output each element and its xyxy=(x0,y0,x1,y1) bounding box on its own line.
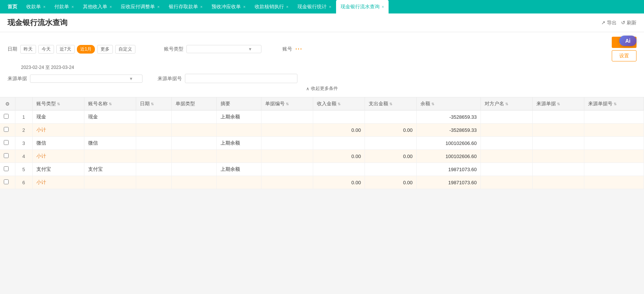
date-btn-custom[interactable]: 自定义 xyxy=(115,45,135,54)
table-row[interactable]: 6 小计 0.00 0.00 19871073.60 xyxy=(0,176,644,189)
top-nav: 首页 收款单 × 付款单 × 其他收入单 × 应收应付调整单 × 银行存取款单 … xyxy=(0,0,644,13)
date-btn-yesterday[interactable]: 昨天 xyxy=(20,45,36,54)
cell-checkbox[interactable] xyxy=(0,137,15,150)
col-doc-no[interactable]: 单据编号⇅ xyxy=(261,97,313,110)
account-type-label: 账号类型 xyxy=(164,46,183,52)
nav-item-1[interactable]: 收款单 × xyxy=(22,0,50,13)
cell-row-num: 1 xyxy=(15,110,32,124)
col-source-doc[interactable]: 来源单据⇅ xyxy=(532,97,584,110)
cell-counterpart xyxy=(480,124,532,137)
collapse-bar[interactable]: ∧ 收起更多条件 xyxy=(8,83,636,93)
nav-item-4[interactable]: 应收应付调整单 × xyxy=(116,0,164,13)
date-btn-today[interactable]: 今天 xyxy=(38,45,54,54)
col-source-doc-no[interactable]: 来源单据号⇅ xyxy=(584,97,644,110)
export-icon: ↗ xyxy=(601,20,605,25)
cell-income: 0.00 xyxy=(313,150,365,163)
nav-item-5[interactable]: 银行存取款单 × xyxy=(164,0,207,13)
account-filter: 账号 ··· xyxy=(282,46,302,52)
nav-close-2[interactable]: × xyxy=(71,4,74,9)
nav-close-7[interactable]: × xyxy=(286,4,288,9)
cell-expense xyxy=(365,163,417,176)
nav-item-3[interactable]: 其他收入单 × xyxy=(78,0,116,13)
account-dots-button[interactable]: ··· xyxy=(295,46,302,52)
nav-label-1: 收款单 xyxy=(26,3,41,10)
source-doc-num-label: 来源单据号 xyxy=(158,75,182,82)
cell-counterpart xyxy=(480,110,532,124)
filter-row-1: 日期 昨天 今天 近7天 近1月 更多 自定义 账号类型 ▼ 账号 ··· xyxy=(8,37,636,61)
table-row[interactable]: 3 微信 微信 上期余额 100102606.60 xyxy=(0,137,644,150)
col-account-name[interactable]: 账号名称⇅ xyxy=(84,97,136,110)
col-counterpart[interactable]: 对方户名⇅ xyxy=(480,97,532,110)
nav-item-9[interactable]: 现金银行流水查询 × xyxy=(336,0,389,13)
account-type-select[interactable]: ▼ xyxy=(186,45,261,53)
nav-close-3[interactable]: × xyxy=(110,4,112,9)
col-doc-type: 单据类型 xyxy=(171,97,216,110)
cell-checkbox[interactable] xyxy=(0,163,15,176)
cell-income: 0.00 xyxy=(313,176,365,189)
col-date[interactable]: 日期⇅ xyxy=(136,97,171,110)
nav-close-1[interactable]: × xyxy=(43,4,45,9)
nav-close-6[interactable]: × xyxy=(243,4,245,9)
table-container: ⚙ 账号类型⇅ 账号名称⇅ 日期⇅ 单据类型 摘要 单据编号⇅ 收入金额⇅ 支出… xyxy=(0,97,644,189)
cell-account-type: 小计 xyxy=(32,124,84,137)
cell-summary: 上期余额 xyxy=(216,137,261,150)
cell-counterpart xyxy=(480,137,532,150)
cell-checkbox[interactable] xyxy=(0,150,15,163)
cell-checkbox[interactable] xyxy=(0,124,15,137)
nav-close-5[interactable]: × xyxy=(200,4,203,9)
cell-income xyxy=(313,137,365,150)
cell-doc-no xyxy=(261,110,313,124)
ai-button[interactable]: Ai xyxy=(619,36,636,46)
nav-item-8[interactable]: 现金银行统计 × xyxy=(293,0,336,13)
nav-label-3: 其他收入单 xyxy=(83,3,107,10)
nav-item-2[interactable]: 付款单 × xyxy=(50,0,78,13)
cell-date xyxy=(136,150,171,163)
collapse-up-icon: ∧ xyxy=(306,86,309,91)
cell-source-doc xyxy=(532,176,584,189)
table-row[interactable]: 1 现金 现金 上期余额 -3528659.33 xyxy=(0,110,644,124)
source-doc-select[interactable]: ▼ xyxy=(30,75,143,83)
nav-home[interactable]: 首页 xyxy=(3,0,22,13)
cell-summary xyxy=(216,176,261,189)
refresh-button[interactable]: ↺ 刷新 xyxy=(621,19,636,26)
refresh-icon: ↺ xyxy=(621,20,625,25)
table-row[interactable]: 2 小计 0.00 0.00 -3528659.33 xyxy=(0,124,644,137)
cell-doc-type xyxy=(171,110,216,124)
cell-checkbox[interactable] xyxy=(0,110,15,124)
col-account-type[interactable]: 账号类型⇅ xyxy=(32,97,84,110)
col-gear[interactable]: ⚙ xyxy=(0,97,15,110)
nav-label-9: 现金银行流水查询 xyxy=(341,3,380,10)
table-row[interactable]: 5 支付宝 支付宝 上期余额 19871073.60 xyxy=(0,163,644,176)
nav-item-6[interactable]: 预收冲应收单 × xyxy=(207,0,250,13)
cell-doc-type xyxy=(171,137,216,150)
nav-item-7[interactable]: 收款核销执行 × xyxy=(250,0,293,13)
col-expense[interactable]: 支出金额⇅ xyxy=(365,97,417,110)
cell-expense xyxy=(365,137,417,150)
table-row[interactable]: 4 小计 0.00 0.00 100102606.60 xyxy=(0,150,644,163)
settings-button[interactable]: 设置 xyxy=(612,50,636,61)
date-btn-7days[interactable]: 近7天 xyxy=(56,45,75,54)
page-header: 现金银行流水查询 ↗ 导出 ↺ 刷新 xyxy=(0,13,644,32)
nav-close-8[interactable]: × xyxy=(329,4,331,9)
cell-summary: 上期余额 xyxy=(216,163,261,176)
nav-label-8: 现金银行统计 xyxy=(297,3,327,10)
gear-icon[interactable]: ⚙ xyxy=(5,101,10,107)
source-doc-num-input[interactable] xyxy=(185,74,297,83)
col-income[interactable]: 收入金额⇅ xyxy=(313,97,365,110)
nav-close-9[interactable]: × xyxy=(382,4,384,9)
cell-doc-type xyxy=(171,176,216,189)
cell-account-name xyxy=(84,176,136,189)
nav-label-4: 应收应付调整单 xyxy=(121,3,155,10)
collapse-label: 收起更多条件 xyxy=(311,85,338,92)
cell-account-type: 支付宝 xyxy=(32,163,84,176)
cell-counterpart xyxy=(480,176,532,189)
cell-doc-type xyxy=(171,163,216,176)
cell-checkbox[interactable] xyxy=(0,176,15,189)
export-button[interactable]: ↗ 导出 xyxy=(601,19,617,26)
nav-close-4[interactable]: × xyxy=(157,4,159,9)
date-btn-more[interactable]: 更多 xyxy=(97,45,113,54)
col-balance[interactable]: 余额⇅ xyxy=(417,97,481,110)
cell-source-doc xyxy=(532,163,584,176)
page-title: 现金银行流水查询 xyxy=(8,18,68,28)
date-btn-1month[interactable]: 近1月 xyxy=(77,45,95,54)
